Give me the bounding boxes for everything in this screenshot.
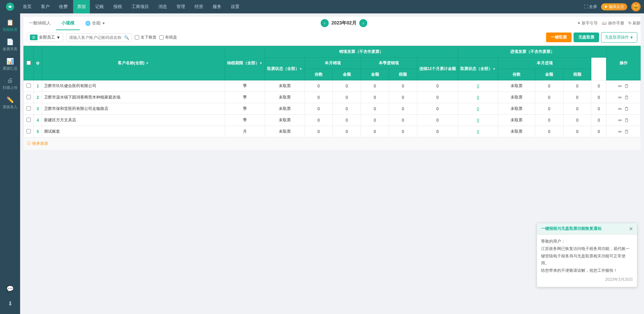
tab-all[interactable]: 🌐 全能 ▼ — [80, 17, 111, 30]
nav-manage[interactable]: 管理 — [172, 0, 189, 13]
employee-filter-label: 全部员工 — [39, 35, 55, 40]
view-icon-1[interactable]: 🗒 — [624, 83, 629, 89]
nav-business[interactable]: 工商项目 — [127, 0, 153, 13]
period-filter-icon[interactable]: ▼ — [259, 61, 263, 65]
sidebar-item-invoice-open[interactable]: 📄 发票开具 — [1, 36, 19, 54]
row-purchase-month-tax-cell-4: 0 — [591, 115, 606, 126]
ticket-summary-icon: 📊 — [6, 58, 14, 65]
nav-home[interactable]: 首页 — [19, 0, 36, 13]
settings-icon[interactable]: ⚙ — [36, 61, 40, 66]
tab-small-scale[interactable]: 小规模 — [56, 17, 80, 30]
nav-tax[interactable]: 报税 — [109, 0, 126, 13]
th-sales-month-count: 份数 — [305, 69, 333, 80]
tax-policy-link[interactable]: ⓘ 税务政策 — [27, 141, 637, 146]
edit-icon-3[interactable]: ✏ — [618, 106, 622, 112]
row-12month-link-2[interactable]: 0 — [477, 95, 479, 100]
download-icon: ⬇ — [8, 300, 13, 307]
row-purchase-month-amount-cell-3: 0 — [563, 103, 591, 115]
search-icon[interactable]: 🔍 — [124, 35, 129, 40]
row-sales-month-count-cell-5: 0 — [305, 126, 333, 137]
table-row: 2 卫辉市汲水镇下园润香阁营木种植家庭农场 季 未取票 0 0 0 0 0 0 … — [24, 92, 641, 103]
ticket-entry-icon: ✏️ — [6, 96, 14, 104]
nav-service[interactable]: 服务 — [209, 0, 225, 13]
action-icons-1: ✏ 🗒 — [608, 83, 638, 89]
nav-settings[interactable]: 设置 — [227, 0, 244, 13]
row-12month-link-5[interactable]: 0 — [477, 129, 479, 134]
sidebar-item-download[interactable]: ⬇ — [1, 297, 19, 310]
view-icon-3[interactable]: 🗒 — [624, 106, 629, 112]
nav-ticket[interactable]: 票据 — [73, 0, 90, 13]
notification-close-button[interactable]: ✕ — [629, 226, 633, 232]
row-purchase-month-count-cell-5: 0 — [535, 126, 563, 137]
tab-general-taxpayer[interactable]: 一般纳税人 — [23, 17, 56, 30]
row-name-cell-2: 卫辉市汲水镇下园润香阁营木种植家庭农场 — [42, 92, 225, 103]
row-sales-status-cell-3: 未取票 — [265, 103, 305, 115]
row-action-cell-3: ✏ 🗒 — [606, 103, 641, 115]
sidebar-item-smart-ticket[interactable]: 📋 智能取票 — [1, 16, 19, 35]
employee-filter[interactable]: 全 全部员工 ▼ — [27, 33, 63, 42]
view-icon-4[interactable]: 🗒 — [624, 118, 629, 123]
search-input[interactable] — [69, 35, 123, 40]
tax-policy-label: 税务政策 — [32, 141, 48, 146]
app-logo[interactable] — [3, 0, 17, 13]
row-checkbox-2[interactable] — [26, 95, 31, 99]
row-sales-month-amount-cell-2: 0 — [333, 92, 361, 103]
vip-button[interactable]: ▶ 畅享会员 — [601, 3, 627, 10]
has-tax-checkbox[interactable] — [159, 35, 164, 40]
row-sales-12month-cell-2: 0 — [458, 92, 498, 103]
row-action-cell-5: ✏ 🗒 — [606, 126, 641, 137]
one-click-button[interactable]: 一键取票 — [546, 33, 572, 42]
row-checkbox-5[interactable] — [26, 129, 31, 133]
row-sales-season-tax-cell-1: 0 — [417, 80, 458, 92]
fullscreen-btn[interactable]: ⛶ 全屏 — [584, 4, 597, 10]
prev-month-button[interactable]: ‹ — [321, 19, 329, 27]
sidebar-item-scan-upload[interactable]: 🖨 扫描上传 — [1, 74, 19, 93]
nav-customer[interactable]: 客户 — [37, 0, 54, 13]
row-checkbox-3[interactable] — [26, 106, 31, 111]
row-sales-month-count-cell-3: 0 — [305, 103, 333, 115]
view-icon-2[interactable]: 🗒 — [624, 95, 629, 100]
th-customer-name: 客户名称(全部) ▼ — [42, 46, 225, 80]
row-checkbox-4[interactable] — [26, 118, 31, 122]
refresh-link[interactable]: ↻ 刷新 — [628, 20, 641, 26]
manual-link[interactable]: 📖 操作手册 — [602, 20, 624, 26]
row-12month-link-3[interactable]: 0 — [477, 107, 479, 111]
sidebar-item-label-invoice: 发票开具 — [3, 47, 17, 52]
next-month-button[interactable]: › — [359, 19, 367, 27]
no-disk-button[interactable]: 无盘取票 — [574, 33, 599, 42]
my-account-checkbox[interactable] — [135, 35, 139, 40]
purchase-status-filter-icon[interactable]: ▼ — [492, 67, 496, 71]
row-purchase-status-cell-1: 未取票 — [498, 80, 535, 92]
customer-filter-icon[interactable]: ▼ — [146, 61, 149, 65]
row-purchase-month-amount-cell-5: 0 — [563, 126, 591, 137]
select-all-checkbox[interactable] — [26, 61, 31, 65]
row-12month-link-1[interactable]: 0 — [477, 84, 479, 88]
row-period-cell-3: 季 — [225, 103, 265, 115]
view-icon-5[interactable]: 🗒 — [624, 129, 629, 134]
notification-line1: 尊敬的用户： — [541, 238, 633, 245]
edit-icon-4[interactable]: ✏ — [618, 118, 622, 123]
nav-message[interactable]: 消息 — [154, 0, 171, 13]
sidebar-item-help[interactable]: 💬 — [1, 282, 19, 295]
edit-icon-1[interactable]: ✏ — [618, 83, 622, 89]
row-sales-season-tax-cell-5: 0 — [417, 126, 458, 137]
footer: ⓘ 税务政策 — [23, 137, 641, 150]
sidebar-item-ticket-summary[interactable]: 📊 票据汇总 — [1, 55, 19, 74]
nav-operation[interactable]: 经营 — [191, 0, 207, 13]
sales-status-filter-icon[interactable]: ▼ — [299, 67, 303, 71]
row-12month-link-4[interactable]: 0 — [477, 118, 479, 123]
edit-icon-5[interactable]: ✏ — [618, 129, 622, 134]
row-checkbox-1[interactable] — [26, 83, 31, 88]
table-container: ⚙ 客户名称(全部) ▼ 纳税期限（全部）▼ 销项发票（不含作废票） 进项发票（… — [23, 46, 641, 137]
row-sales-month-tax-cell-1: 0 — [361, 80, 389, 92]
edit-icon-2[interactable]: ✏ — [618, 95, 622, 100]
my-account-checkbox-label: 名下账套 — [135, 35, 157, 40]
sidebar-item-ticket-entry[interactable]: ✏️ 票据录入 — [1, 93, 19, 112]
user-avatar[interactable]: 🐱 — [631, 2, 641, 11]
guide-link[interactable]: ✦ 新手引导 — [577, 20, 598, 26]
current-month-display: 2023年02月 — [331, 20, 357, 26]
no-disk-ops-button[interactable]: 无盘取票操作 ▼ — [601, 32, 637, 43]
row-sales-status-cell-5: 未取票 — [265, 126, 305, 137]
nav-fee[interactable]: 收费 — [55, 0, 72, 13]
nav-accounting[interactable]: 记账 — [91, 0, 108, 13]
